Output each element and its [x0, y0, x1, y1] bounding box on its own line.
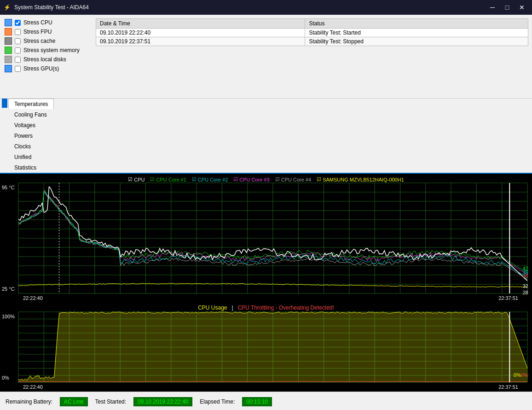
- temp-chart-legend: ☑CPU☑CPU Core #1☑CPU Core #2☑CPU Core #3…: [128, 176, 404, 182]
- stress-fpu-label: Stress FPU: [23, 29, 52, 35]
- stress-item-stress-gpu: Stress GPU(s): [4, 64, 88, 73]
- tab-voltages[interactable]: Voltages: [8, 120, 54, 130]
- close-window-button[interactable]: ✕: [515, 3, 528, 12]
- title-bar: ⚡ System Stability Test - AIDA64 ─ □ ✕: [0, 0, 532, 15]
- legend-item: ☑CPU: [128, 176, 145, 182]
- main-content: Stress CPUStress FPUStress cacheStress s…: [0, 15, 532, 392]
- stress-local-icon: [5, 56, 12, 63]
- log-col-status: Status: [305, 19, 528, 29]
- stress-cache-label: Stress cache: [23, 38, 55, 44]
- test-started-label: Test Started:: [95, 398, 126, 405]
- stress-cache-checkbox[interactable]: [15, 38, 21, 44]
- usage-x-start: 22:22:40: [23, 384, 43, 390]
- stress-cpu-label: Stress CPU: [23, 19, 52, 26]
- stress-memory-checkbox[interactable]: [15, 47, 21, 53]
- stress-gpu-checkbox[interactable]: [15, 66, 21, 72]
- temp-y-top: 95 °C: [2, 185, 15, 190]
- stress-cpu-icon: [5, 19, 12, 26]
- top-section: Stress CPUStress FPUStress cacheStress s…: [0, 15, 532, 99]
- stress-memory-label: Stress system memory: [23, 47, 80, 53]
- window-controls: ─ □ ✕: [486, 3, 528, 12]
- usage-chart-title: CPU Usage | CPU Throttling - Overheating…: [198, 305, 334, 311]
- log-row: 09.10.2019 22:37:51Stability Test: Stopp…: [96, 37, 528, 46]
- stress-item-stress-local: Stress local disks: [4, 55, 88, 64]
- stress-memory-icon: [5, 47, 12, 54]
- test-started-value: 09.10.2019 22:22:40: [133, 397, 192, 406]
- log-table: Date & Time Status 09.10.2019 22:22:40St…: [96, 18, 528, 46]
- stress-fpu-icon: [5, 28, 12, 35]
- log-row: 09.10.2019 22:22:40Stability Test: Start…: [96, 29, 528, 37]
- stress-cpu-checkbox[interactable]: [15, 20, 21, 26]
- legend-item: ☑CPU Core #4: [275, 176, 311, 182]
- battery-value: AC Line: [60, 397, 88, 406]
- tabs-bar: TemperaturesCooling FansVoltagesPowersCl…: [0, 99, 532, 174]
- app-icon: ⚡: [4, 4, 11, 11]
- temp-val-39: 39: [523, 269, 528, 275]
- charts-area: ☑CPU☑CPU Core #1☑CPU Core #2☑CPU Core #3…: [0, 174, 532, 392]
- elapsed-label: Elapsed Time:: [200, 398, 235, 405]
- stress-item-stress-cpu: Stress CPU: [4, 18, 88, 27]
- tab-temperatures[interactable]: Temperatures: [8, 99, 54, 110]
- usage-title-part: |: [232, 305, 233, 311]
- temp-x-start: 22:22:40: [23, 295, 43, 301]
- temp-val-32: 32: [523, 283, 528, 289]
- tab-clocks[interactable]: Clocks: [8, 141, 54, 152]
- tab-powers[interactable]: Powers: [8, 130, 54, 141]
- status-bar: Remaining Battery: AC Line Test Started:…: [0, 392, 532, 410]
- legend-item: ☑CPU Core #1: [150, 176, 186, 182]
- legend-item: ☑SAMSUNG MZVLB512HAIQ-000H1: [317, 176, 404, 182]
- temp-x-end: 22:37:51: [498, 295, 518, 301]
- tabs-container: TemperaturesCooling FansVoltagesPowersCl…: [8, 99, 54, 173]
- tab-unified[interactable]: Unified: [8, 152, 54, 162]
- stress-local-checkbox[interactable]: [15, 57, 21, 63]
- legend-item: ☑CPU Core #3: [233, 176, 269, 182]
- tab-cooling-fans[interactable]: Cooling Fans: [8, 109, 54, 120]
- temp-x-labels: 22:22:40 22:37:51: [0, 295, 532, 301]
- temp-y-bottom: 25 °C: [2, 286, 15, 292]
- stress-item-stress-cache: Stress cache: [4, 37, 88, 45]
- usage-val-end1: 0%: [514, 372, 521, 378]
- stress-gpu-icon: [5, 65, 12, 72]
- maximize-button[interactable]: □: [501, 3, 514, 12]
- usage-x-labels: 22:22:40 22:37:51: [0, 384, 532, 390]
- usage-title-part: CPU Throttling - Overheating Detected!: [238, 305, 334, 311]
- minimize-button[interactable]: ─: [486, 3, 499, 12]
- stress-gpu-label: Stress GPU(s): [23, 65, 59, 72]
- tab-statistics[interactable]: Statistics: [8, 162, 54, 173]
- temp-val-28: 28: [523, 290, 528, 295]
- usage-y-top: 100%: [2, 314, 15, 319]
- usage-title-part: CPU Usage: [198, 305, 227, 311]
- log-datetime: 09.10.2019 22:37:51: [96, 37, 305, 46]
- stress-local-label: Stress local disks: [23, 56, 66, 63]
- stress-cache-icon: [5, 37, 12, 45]
- stress-item-stress-memory: Stress system memory: [4, 46, 88, 54]
- usage-y-bottom: 0%: [2, 375, 9, 381]
- temperature-chart: ☑CPU☑CPU Core #1☑CPU Core #2☑CPU Core #3…: [0, 174, 532, 303]
- legend-item: ☑CPU Core #2: [192, 176, 228, 182]
- usage-val-end2: 0%: [521, 372, 528, 378]
- tab-indicator: [2, 99, 7, 108]
- log-status: Stability Test: Started: [305, 29, 528, 37]
- battery-label: Remaining Battery:: [6, 398, 52, 405]
- usage-x-end: 22:37:51: [498, 384, 518, 390]
- stress-item-stress-fpu: Stress FPU: [4, 28, 88, 36]
- stress-options-panel: Stress CPUStress FPUStress cacheStress s…: [0, 15, 92, 98]
- log-datetime: 09.10.2019 22:22:40: [96, 29, 305, 37]
- usage-chart: CPU Usage | CPU Throttling - Overheating…: [0, 303, 532, 392]
- log-status: Stability Test: Stopped: [305, 37, 528, 46]
- stress-fpu-checkbox[interactable]: [15, 29, 21, 35]
- elapsed-value: 00:15:10: [242, 397, 272, 406]
- log-col-datetime: Date & Time: [96, 19, 305, 29]
- window-title: System Stability Test - AIDA64: [14, 4, 482, 11]
- log-panel: Date & Time Status 09.10.2019 22:22:40St…: [92, 15, 532, 98]
